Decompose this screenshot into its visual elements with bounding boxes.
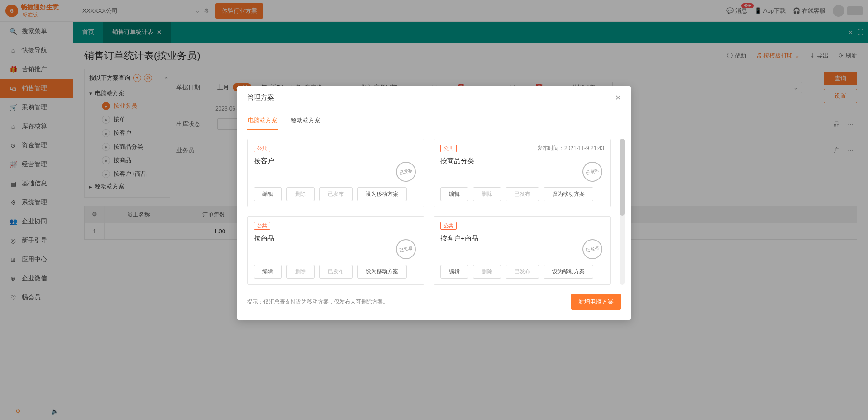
published-button: 已发布 xyxy=(319,187,353,201)
scheme-card: 公共 发布时间：2021-11-9 21:43 按商品分类 已发布 编辑 删除 … xyxy=(434,139,611,207)
modal-tab-desktop[interactable]: 电脑端方案 xyxy=(247,112,278,130)
scrollbar-thumb[interactable] xyxy=(620,139,625,216)
delete-button: 删除 xyxy=(473,265,501,279)
scheme-card: 公共 按客户+商品 已发布 编辑 删除 已发布 设为移动方案 xyxy=(434,216,611,285)
add-desktop-scheme-button[interactable]: 新增电脑方案 xyxy=(571,294,621,310)
scheme-card: 公共 按客户 已发布 编辑 删除 已发布 设为移动方案 xyxy=(247,139,424,207)
modal-title: 管理方案 xyxy=(247,93,274,102)
card-title: 按客户+商品 xyxy=(440,234,604,243)
delete-button: 删除 xyxy=(286,187,315,201)
card-meta: 发布时间：2021-11-9 21:43 xyxy=(537,145,604,152)
card-title: 按客户 xyxy=(254,157,418,165)
modal-tab-mobile[interactable]: 移动端方案 xyxy=(290,112,321,130)
card-title: 按商品分类 xyxy=(440,157,604,165)
modal-scrollbar[interactable] xyxy=(620,139,625,285)
edit-button[interactable]: 编辑 xyxy=(254,265,282,279)
public-tag: 公共 xyxy=(254,222,270,230)
public-tag: 公共 xyxy=(254,145,270,152)
set-mobile-button[interactable]: 设为移动方案 xyxy=(357,187,407,201)
published-button: 已发布 xyxy=(506,187,539,201)
set-mobile-button[interactable]: 设为移动方案 xyxy=(544,265,593,279)
manage-scheme-modal: 管理方案 ✕ 电脑端方案 移动端方案 公共 按客户 已发布 编辑 删除 已发布 … xyxy=(237,86,631,320)
card-title: 按商品 xyxy=(254,234,418,243)
edit-button[interactable]: 编辑 xyxy=(440,265,468,279)
public-tag: 公共 xyxy=(440,222,457,230)
delete-button: 删除 xyxy=(473,187,501,201)
scheme-card: 公共 按商品 已发布 编辑 删除 已发布 设为移动方案 xyxy=(247,216,424,285)
delete-button: 删除 xyxy=(286,265,315,279)
set-mobile-button[interactable]: 设为移动方案 xyxy=(357,265,407,279)
modal-tabs: 电脑端方案 移动端方案 xyxy=(237,112,631,130)
set-mobile-button[interactable]: 设为移动方案 xyxy=(544,187,593,201)
published-button: 已发布 xyxy=(506,265,539,279)
public-tag: 公共 xyxy=(440,145,457,152)
modal-hint: 提示：仅汇总表支持设为移动方案，仅发布人可删除方案。 xyxy=(247,298,388,306)
edit-button[interactable]: 编辑 xyxy=(254,187,282,201)
published-button: 已发布 xyxy=(319,265,353,279)
modal-overlay[interactable]: 管理方案 ✕ 电脑端方案 移动端方案 公共 按客户 已发布 编辑 删除 已发布 … xyxy=(0,0,868,420)
close-icon[interactable]: ✕ xyxy=(615,93,621,102)
edit-button[interactable]: 编辑 xyxy=(440,187,468,201)
